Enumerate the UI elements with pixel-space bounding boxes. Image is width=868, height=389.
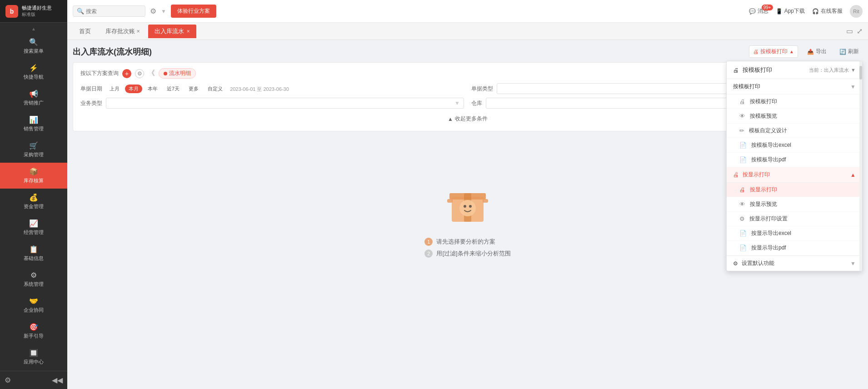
- tab-minimize-icon[interactable]: ▭: [846, 27, 853, 35]
- finance-icon: 💰: [29, 193, 38, 202]
- quick-nav-icon: ⚡: [29, 64, 38, 72]
- sidebar-item-inventory[interactable]: 📦 库存核算: [0, 163, 67, 189]
- app-download-btn[interactable]: 📱 App下载: [776, 7, 805, 15]
- display-preview-label: 按显示预览: [750, 200, 777, 208]
- tab-inout-flow-label: 出入库流水: [155, 27, 184, 35]
- set-default-btn[interactable]: ⚙ 设置默认功能 ▼: [727, 255, 862, 271]
- template-export-pdf-item[interactable]: 📄 按模板导出pdf: [727, 153, 862, 167]
- topbar: 🔍 ⚙ ▼ 体验行业方案 💬 消息 99+ 📱 App下载 🎧 在线客服 Rit: [67, 0, 868, 23]
- service-btn[interactable]: 🎧 在线客服: [812, 7, 843, 15]
- date-btn-this-month[interactable]: 本月: [125, 85, 142, 93]
- current-template-label: 当前：出入库流水: [809, 67, 849, 74]
- topbar-gear-icon[interactable]: ⚙: [150, 7, 156, 15]
- date-btn-last-7-days[interactable]: 近7天: [163, 85, 183, 93]
- date-btn-this-year[interactable]: 本年: [144, 85, 161, 93]
- dropdown-scrollbar[interactable]: [859, 61, 862, 271]
- template-export-excel-icon: 📄: [739, 142, 747, 149]
- print-template-btn[interactable]: 🖨 按模板打印 ▲: [749, 45, 798, 58]
- display-section-title: 按显示打印: [743, 171, 770, 179]
- template-export-pdf-icon: 📄: [739, 156, 747, 163]
- tab-home[interactable]: 首页: [73, 25, 97, 38]
- template-section-header: 按模板打印 ▼: [727, 79, 862, 95]
- sidebar-item-cooperation[interactable]: 🤝 企业协同: [0, 292, 67, 318]
- topbar-dropdown-icon[interactable]: ▼: [161, 8, 166, 15]
- sidebar-logo: b 畅捷通好生意 标准版: [0, 0, 67, 23]
- print-dropdown-panel: 🖨 按模板打印 当前：出入库流水 ▼ 按模板打印 ▼ 🖨: [726, 61, 863, 271]
- filter-active-tag[interactable]: 流水明细: [159, 68, 196, 79]
- template-export-excel-item[interactable]: 📄 按模板导出excel: [727, 138, 862, 153]
- sidebar-item-operations[interactable]: 📈 经营管理: [0, 214, 67, 240]
- print-chevron-up-icon: ▲: [789, 49, 794, 54]
- filter-settings-btn[interactable]: ⚙: [135, 69, 144, 78]
- template-custom-item[interactable]: ✏ 模板自定义设计: [727, 124, 862, 138]
- display-section-toggle[interactable]: 🖨 按显示打印 ▲: [727, 167, 862, 183]
- display-print-settings-icon: ⚙: [739, 215, 745, 222]
- tab-inout-flow-close[interactable]: ×: [187, 28, 190, 35]
- voucher-type-label: 单据类型: [471, 85, 493, 93]
- display-export-pdf-item[interactable]: 📄 按显示导出pdf: [727, 241, 862, 255]
- print-label: 按模板打印: [760, 48, 788, 55]
- sidebar-item-marketing[interactable]: 📢 营销推广: [0, 85, 67, 111]
- template-preview-item[interactable]: 👁 按模板预览: [727, 109, 862, 124]
- trial-btn[interactable]: 体验行业方案: [171, 5, 216, 18]
- date-btn-custom[interactable]: 自定义: [204, 85, 226, 93]
- filter-collapse-btn[interactable]: 《: [148, 69, 155, 78]
- display-print-item[interactable]: 🖨 按显示打印: [727, 183, 862, 197]
- message-btn[interactable]: 💬 消息 99+: [749, 7, 768, 15]
- sidebar-item-basic[interactable]: 📋 基础信息: [0, 240, 67, 266]
- sidebar-item-finance[interactable]: 💰 资金管理: [0, 189, 67, 214]
- svg-rect-6: [447, 199, 453, 203]
- filter-active-label: 流水明细: [169, 70, 191, 77]
- display-print-settings-item[interactable]: ⚙ 按显示打印设置: [727, 212, 862, 226]
- filter-add-btn[interactable]: +: [122, 69, 131, 78]
- guide-icon: 🎯: [29, 323, 38, 331]
- template-print-item[interactable]: 🖨 按模板打印: [727, 95, 862, 109]
- current-template-chevron: ▼: [851, 67, 856, 73]
- topbar-search-input[interactable]: [86, 8, 140, 15]
- sidebar-item-guide[interactable]: 🎯 新手引导: [0, 318, 67, 344]
- template-print-label: 按模板打印: [750, 98, 777, 105]
- search-small-icon: 🔍: [77, 8, 84, 15]
- tab-inout-flow[interactable]: 出入库流水 ×: [148, 25, 196, 38]
- export-btn[interactable]: 📤 导出: [803, 46, 830, 57]
- display-export-excel-item[interactable]: 📄 按显示导出excel: [727, 226, 862, 241]
- sidebar-item-system[interactable]: ⚙ 系统管理: [0, 266, 67, 292]
- purchase-icon: 🛒: [29, 141, 38, 150]
- tab-maximize-icon[interactable]: ⤢: [857, 27, 863, 35]
- display-toggle-icon: 🖨: [733, 171, 739, 178]
- sidebar-item-marketing-label: 营销推广: [24, 100, 44, 106]
- user-avatar[interactable]: Rit: [850, 5, 863, 18]
- print-dropdown-icon: 🖨: [733, 67, 739, 74]
- display-export-excel-icon: 📄: [739, 230, 747, 237]
- sidebar-item-quick-nav[interactable]: ⚡ 快捷导航: [0, 59, 67, 85]
- tab-expand: ▭ ⤢: [846, 27, 863, 35]
- sidebar-item-sales[interactable]: 📊 销售管理: [0, 111, 67, 137]
- topbar-search-box[interactable]: 🔍: [73, 5, 145, 17]
- display-preview-icon: 👁: [739, 201, 745, 208]
- tab-batch-account[interactable]: 库存批次账 ×: [99, 25, 146, 38]
- business-type-dropdown-icon: ▼: [454, 100, 460, 106]
- date-range-display: 2023-06-01 至 2023-06-30: [230, 86, 289, 93]
- filter-label: 按以下方案查询: [80, 70, 119, 77]
- svg-point-4: [464, 205, 466, 208]
- sidebar-item-app-center[interactable]: 🔲 应用中心: [0, 344, 67, 370]
- page-header: 出入库流水(流水明细) 🖨 按模板打印 ▲ 📤 导出 🔄 刷新: [73, 45, 863, 58]
- date-btn-more[interactable]: 更多: [185, 85, 202, 93]
- collapse-sidebar-icon[interactable]: ◀◀: [52, 376, 63, 384]
- refresh-btn[interactable]: 🔄 刷新: [836, 46, 863, 57]
- set-default-chevron: ▼: [850, 260, 856, 267]
- message-icon: 💬: [749, 8, 756, 15]
- tab-batch-account-close[interactable]: ×: [137, 28, 140, 35]
- sidebar-item-purchase[interactable]: 🛒 采购管理: [0, 137, 67, 163]
- date-btn-last-month[interactable]: 上月: [106, 85, 123, 93]
- basic-icon: 📋: [29, 245, 38, 254]
- sidebar-item-cooperation-label: 企业协同: [24, 307, 44, 314]
- filter-date-field: 单据日期 上月 本月 本年 近7天 更多 自定义 2023-06-01 至 20…: [80, 85, 464, 93]
- sidebar-item-search[interactable]: 🔍 搜索菜单: [0, 33, 67, 59]
- display-preview-item[interactable]: 👁 按显示预览: [727, 197, 862, 212]
- settings-bottom-icon[interactable]: ⚙: [5, 376, 11, 384]
- sidebar-nav: ▲ 🔍 搜索菜单 ⚡ 快捷导航 📢 营销推广 📊 销售管理 🛒 采购管理 📦 库…: [0, 23, 67, 371]
- dropdown-scrollbar-thumb: [859, 66, 862, 80]
- display-section-chevron-up: ▲: [850, 172, 856, 178]
- business-type-select[interactable]: ▼: [106, 98, 464, 109]
